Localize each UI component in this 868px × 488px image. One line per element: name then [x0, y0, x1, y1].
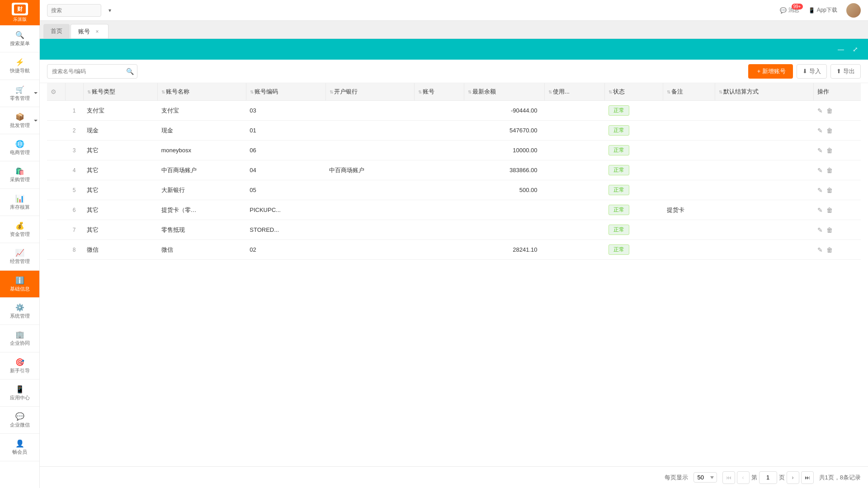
- col-usage[interactable]: ⇅使用...: [545, 83, 605, 101]
- col-bank[interactable]: ⇅开户银行: [326, 83, 414, 101]
- row-remark-3: [663, 160, 715, 180]
- sidebar-item-member[interactable]: 👤畅会员: [0, 434, 39, 461]
- row-account-7: [414, 240, 464, 260]
- action-btns-7: ✎ 🗑: [817, 246, 857, 253]
- sidebar-item-purchase[interactable]: 🛍️采购管理: [0, 161, 39, 188]
- row-action-4: ✎ 🗑: [814, 180, 861, 200]
- action-btns-2: ✎ 🗑: [817, 147, 857, 154]
- col-gear[interactable]: ⚙: [47, 83, 65, 101]
- app-download-button[interactable]: 📱 App下载: [808, 6, 837, 14]
- search-menu-label: 搜索菜单: [10, 40, 30, 47]
- next-page-button[interactable]: ›: [787, 471, 799, 484]
- export-button[interactable]: ⬆ 导出: [830, 64, 861, 79]
- first-page-button[interactable]: ⏮: [722, 471, 735, 484]
- per-page-select[interactable]: 50 100 200: [693, 472, 717, 483]
- row-bank-6: [326, 220, 414, 240]
- edit-button-7[interactable]: ✎: [817, 246, 823, 253]
- col-default-settle[interactable]: ⇅默认结算方式: [715, 83, 814, 101]
- sidebar-item-system[interactable]: ⚙️系统管理: [0, 298, 39, 325]
- sidebar-item-ecommerce[interactable]: 🌐电商管理: [0, 134, 39, 161]
- search-input[interactable]: [47, 64, 137, 79]
- sidebar-item-guide[interactable]: 🎯新手引导: [0, 352, 39, 380]
- delete-button-2[interactable]: 🗑: [826, 147, 833, 154]
- table-row: 1 支付宝 支付宝 03 -90444.00 正常 ✎ 🗑: [47, 101, 861, 121]
- sidebar-item-search-menu[interactable]: 🔍搜索菜单: [0, 25, 39, 52]
- col-code[interactable]: ⇅账号编码: [246, 83, 326, 101]
- edit-button-2[interactable]: ✎: [817, 147, 823, 154]
- col-status[interactable]: ⇅状态: [605, 83, 663, 101]
- header-search-input[interactable]: [47, 4, 101, 17]
- last-page-button[interactable]: ⏭: [801, 471, 814, 484]
- wechat-label: 企业微信: [10, 422, 30, 428]
- sidebar-item-basic-info[interactable]: ℹ️基础信息: [0, 271, 39, 298]
- tab-home[interactable]: 首页: [43, 24, 70, 38]
- row-gear-4: [47, 180, 65, 200]
- delete-button-6[interactable]: 🗑: [826, 226, 833, 234]
- operations-icon: 📈: [15, 249, 24, 257]
- table-row: 6 其它 提货卡（零… PICKUPC... 正常 提货卡 ✎ 🗑: [47, 200, 861, 220]
- header-dropdown[interactable]: ▾: [108, 7, 111, 14]
- row-usage-7: [545, 240, 605, 260]
- sidebar-item-enterprise[interactable]: 🏢企业协同: [0, 325, 39, 352]
- row-code-7: 02: [246, 240, 326, 260]
- delete-button-1[interactable]: 🗑: [826, 127, 833, 134]
- col-remark[interactable]: ⇅备注: [663, 83, 715, 101]
- sidebar-item-retail[interactable]: 🛒零售管理: [0, 80, 39, 107]
- header-left: ▾: [47, 4, 111, 17]
- sidebar-item-operations[interactable]: 📈经营管理: [0, 243, 39, 270]
- tab-account[interactable]: 账号×: [71, 24, 108, 38]
- tab-close-account[interactable]: ×: [94, 28, 101, 35]
- row-default-settle-1: [715, 121, 814, 141]
- avatar[interactable]: [846, 3, 861, 18]
- edit-button-4[interactable]: ✎: [817, 187, 823, 194]
- messages-button[interactable]: 💬 消息 99+: [780, 6, 799, 14]
- status-badge-6: 正常: [609, 225, 629, 235]
- row-type-1: 现金: [83, 121, 158, 141]
- row-balance-4: 500.00: [464, 180, 545, 200]
- maximize-button[interactable]: ⤢: [850, 44, 861, 55]
- sidebar-item-inventory[interactable]: 📊库存核算: [0, 189, 39, 216]
- tab-label-account: 账号: [78, 28, 90, 36]
- col-name[interactable]: ⇅账号名称: [158, 83, 246, 101]
- row-index-4: 5: [65, 180, 83, 200]
- delete-button-3[interactable]: 🗑: [826, 167, 833, 174]
- edit-button-6[interactable]: ✎: [817, 226, 823, 234]
- status-badge-7: 正常: [609, 244, 629, 255]
- sidebar-item-wechat[interactable]: 💬企业微信: [0, 407, 39, 434]
- sidebar: 财 乐派版 🔍搜索菜单⚡快捷导航🛒零售管理📦批发管理🌐电商管理🛍️采购管理📊库存…: [0, 0, 40, 488]
- app-logo: 财 乐派版: [0, 0, 40, 25]
- action-btns-0: ✎ 🗑: [817, 107, 857, 114]
- sidebar-item-finance[interactable]: 💰资金管理: [0, 216, 39, 243]
- add-account-button[interactable]: + 新增账号: [748, 64, 793, 79]
- table-body: 1 支付宝 支付宝 03 -90444.00 正常 ✎ 🗑 2 现金 现金 01…: [47, 101, 861, 260]
- edit-button-3[interactable]: ✎: [817, 167, 823, 174]
- enterprise-icon: 🏢: [15, 330, 24, 339]
- sidebar-item-wholesale[interactable]: 📦批发管理: [0, 107, 39, 134]
- edit-button-5[interactable]: ✎: [817, 206, 823, 214]
- minimize-button[interactable]: —: [835, 44, 846, 55]
- delete-button-4[interactable]: 🗑: [826, 187, 833, 194]
- delete-button-0[interactable]: 🗑: [826, 107, 833, 114]
- row-bank-2: [326, 141, 414, 160]
- delete-button-5[interactable]: 🗑: [826, 206, 833, 214]
- add-button-label: + 新增账号: [757, 67, 786, 75]
- edit-button-1[interactable]: ✎: [817, 127, 823, 134]
- import-button[interactable]: ⬇ 导入: [797, 64, 827, 79]
- page-input[interactable]: [759, 471, 777, 484]
- col-type[interactable]: ⇅账号类型: [83, 83, 158, 101]
- edit-button-0[interactable]: ✎: [817, 107, 823, 114]
- col-account[interactable]: ⇅账号: [414, 83, 464, 101]
- delete-button-7[interactable]: 🗑: [826, 246, 833, 253]
- prev-page-button[interactable]: ‹: [737, 471, 750, 484]
- row-name-7: 微信: [158, 240, 246, 260]
- sidebar-item-quick-nav[interactable]: ⚡快捷导航: [0, 52, 39, 80]
- search-icon[interactable]: 🔍: [126, 68, 134, 75]
- row-gear-7: [47, 240, 65, 260]
- gear-icon[interactable]: ⚙: [51, 88, 57, 95]
- sidebar-item-app-center[interactable]: 📱应用中心: [0, 380, 39, 407]
- col-index: [65, 83, 83, 101]
- app-center-icon: 📱: [15, 385, 24, 394]
- row-status-3: 正常: [605, 160, 663, 180]
- col-balance[interactable]: ⇅最新余额: [464, 83, 545, 101]
- row-code-2: 06: [246, 141, 326, 160]
